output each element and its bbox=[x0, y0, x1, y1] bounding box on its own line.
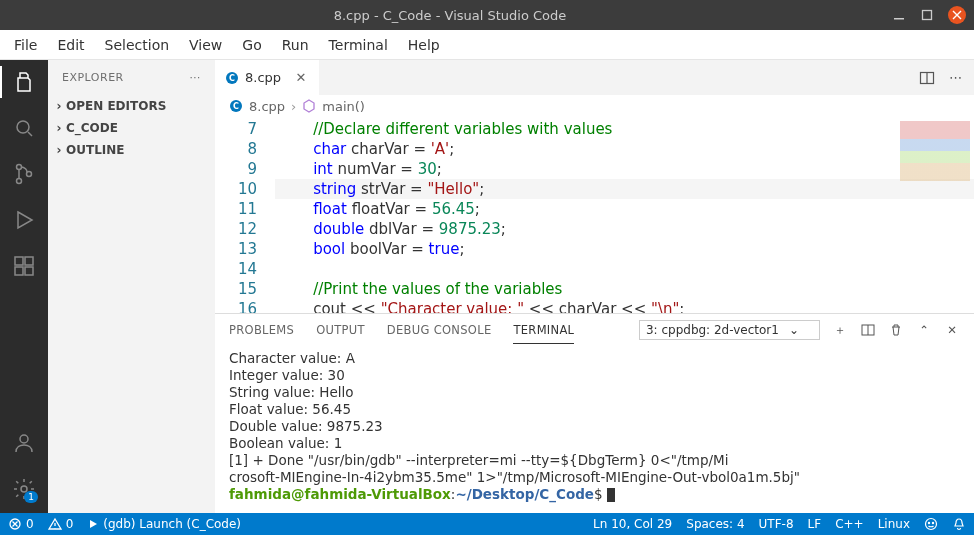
panel-tab-output[interactable]: OUTPUT bbox=[316, 317, 365, 343]
sidebar-section-folder[interactable]: ›C_CODE bbox=[48, 117, 215, 139]
chevron-right-icon: › bbox=[52, 99, 66, 113]
sidebar-section-open-editors[interactable]: ›OPEN EDITORS bbox=[48, 95, 215, 117]
chevron-up-icon[interactable]: ⌃ bbox=[916, 322, 932, 338]
code-editor[interactable]: 78910111213141516 //Declare different va… bbox=[215, 117, 974, 313]
svg-text:C: C bbox=[229, 74, 235, 83]
bell-icon[interactable] bbox=[952, 517, 966, 531]
sidebar-section-outline[interactable]: ›OUTLINE bbox=[48, 139, 215, 161]
maximize-button[interactable] bbox=[920, 8, 934, 22]
sidebar: EXPLORER ⋯ ›OPEN EDITORS ›C_CODE ›OUTLIN… bbox=[48, 60, 215, 513]
extensions-icon[interactable] bbox=[12, 254, 36, 278]
tab-file[interactable]: C 8.cpp ✕ bbox=[215, 60, 319, 95]
run-debug-icon[interactable] bbox=[12, 208, 36, 232]
svg-point-21 bbox=[926, 519, 937, 530]
status-language[interactable]: C++ bbox=[835, 517, 864, 531]
activitybar: 1 bbox=[0, 60, 48, 513]
svg-point-10 bbox=[20, 435, 28, 443]
svg-point-3 bbox=[17, 165, 22, 170]
settings-badge: 1 bbox=[24, 491, 38, 503]
tabbar: C 8.cpp ✕ ⋯ bbox=[215, 60, 974, 95]
split-terminal-icon[interactable] bbox=[860, 322, 876, 338]
status-encoding[interactable]: UTF-8 bbox=[759, 517, 794, 531]
menu-help[interactable]: Help bbox=[398, 33, 450, 57]
panel-tab-debug-console[interactable]: DEBUG CONSOLE bbox=[387, 317, 492, 343]
cpp-file-icon: C bbox=[225, 71, 239, 85]
svg-rect-7 bbox=[25, 257, 33, 265]
feedback-icon[interactable] bbox=[924, 517, 938, 531]
status-errors[interactable]: 0 bbox=[8, 517, 34, 531]
menu-run[interactable]: Run bbox=[272, 33, 319, 57]
svg-rect-8 bbox=[15, 267, 23, 275]
minimize-button[interactable] bbox=[892, 8, 906, 22]
account-icon[interactable] bbox=[12, 431, 36, 455]
svg-point-22 bbox=[928, 522, 929, 523]
menu-terminal[interactable]: Terminal bbox=[319, 33, 398, 57]
status-warnings[interactable]: 0 bbox=[48, 517, 74, 531]
window-title: 8.cpp - C_Code - Visual Studio Code bbox=[8, 8, 892, 23]
editor-area: C 8.cpp ✕ ⋯ C 8.cpp › main() 78910111213… bbox=[215, 60, 974, 513]
svg-point-4 bbox=[17, 179, 22, 184]
cpp-file-icon: C bbox=[229, 99, 243, 113]
sidebar-more-icon[interactable]: ⋯ bbox=[190, 71, 202, 84]
svg-point-23 bbox=[932, 522, 933, 523]
method-icon bbox=[302, 99, 316, 113]
search-icon[interactable] bbox=[12, 116, 36, 140]
svg-rect-9 bbox=[25, 267, 33, 275]
menu-file[interactable]: File bbox=[4, 33, 47, 57]
terminal-selector[interactable]: 3: cppdbg: 2d-vector1⌄ bbox=[639, 320, 820, 340]
statusbar: 0 0 (gdb) Launch (C_Code) Ln 10, Col 29 … bbox=[0, 513, 974, 535]
menubar: File Edit Selection View Go Run Terminal… bbox=[0, 30, 974, 60]
titlebar: 8.cpp - C_Code - Visual Studio Code bbox=[0, 0, 974, 30]
panel-tab-terminal[interactable]: TERMINAL bbox=[513, 317, 574, 344]
panel: PROBLEMS OUTPUT DEBUG CONSOLE TERMINAL 3… bbox=[215, 313, 974, 513]
new-terminal-icon[interactable]: ＋ bbox=[832, 322, 848, 338]
terminal-output[interactable]: Character value: AInteger value: 30Strin… bbox=[215, 346, 974, 513]
menu-selection[interactable]: Selection bbox=[95, 33, 180, 57]
svg-rect-6 bbox=[15, 257, 23, 265]
menu-edit[interactable]: Edit bbox=[47, 33, 94, 57]
chevron-right-icon: › bbox=[52, 143, 66, 157]
minimap[interactable] bbox=[900, 121, 970, 181]
sidebar-title: EXPLORER bbox=[62, 71, 124, 84]
menu-view[interactable]: View bbox=[179, 33, 232, 57]
status-os[interactable]: Linux bbox=[878, 517, 910, 531]
chevron-right-icon: › bbox=[52, 121, 66, 135]
svg-text:C: C bbox=[233, 102, 239, 111]
tab-close-icon[interactable]: ✕ bbox=[293, 70, 309, 86]
svg-point-5 bbox=[27, 172, 32, 177]
tab-label: 8.cpp bbox=[245, 70, 281, 85]
chevron-right-icon: › bbox=[291, 99, 296, 114]
panel-tab-problems[interactable]: PROBLEMS bbox=[229, 317, 294, 343]
svg-rect-0 bbox=[894, 18, 904, 20]
menu-go[interactable]: Go bbox=[232, 33, 271, 57]
more-icon[interactable]: ⋯ bbox=[949, 70, 962, 86]
split-editor-icon[interactable] bbox=[919, 70, 935, 86]
source-control-icon[interactable] bbox=[12, 162, 36, 186]
svg-rect-1 bbox=[923, 11, 932, 20]
status-spaces[interactable]: Spaces: 4 bbox=[686, 517, 744, 531]
settings-icon[interactable]: 1 bbox=[12, 477, 36, 501]
trash-icon[interactable] bbox=[888, 322, 904, 338]
status-launch[interactable]: (gdb) Launch (C_Code) bbox=[87, 517, 241, 531]
explorer-icon[interactable] bbox=[12, 70, 36, 94]
chevron-down-icon: ⌄ bbox=[789, 323, 799, 337]
close-button[interactable] bbox=[948, 6, 966, 24]
status-eol[interactable]: LF bbox=[808, 517, 822, 531]
close-panel-icon[interactable]: ✕ bbox=[944, 322, 960, 338]
breadcrumb[interactable]: C 8.cpp › main() bbox=[215, 95, 974, 117]
status-position[interactable]: Ln 10, Col 29 bbox=[593, 517, 672, 531]
svg-point-2 bbox=[17, 121, 29, 133]
